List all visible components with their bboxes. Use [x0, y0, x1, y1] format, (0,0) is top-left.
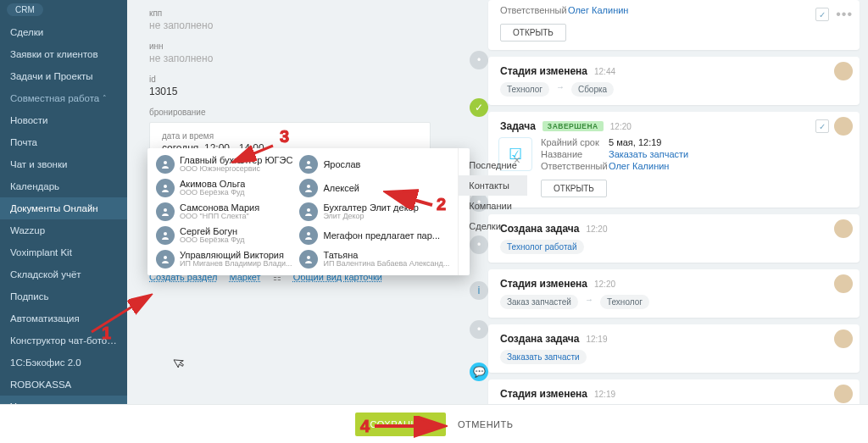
avatar[interactable]: [834, 329, 853, 348]
sidebar-item[interactable]: Конструктор чат-ботов Z…: [0, 329, 127, 352]
timeline-card-stage: Стадия изменена12:44 Технолог→Сборка: [488, 57, 860, 105]
sidebar-item[interactable]: Задачи и Проекты: [0, 65, 127, 87]
person-icon: [299, 179, 318, 197]
person-icon: [299, 155, 318, 174]
contact-tab[interactable]: Контакты: [459, 175, 527, 196]
complete-icon[interactable]: ✓: [815, 8, 829, 21]
avatar[interactable]: [834, 62, 853, 80]
action-bar: СОХРАНИТЬ ОТМЕНИТЬ: [0, 404, 868, 443]
sidebar-item[interactable]: Новости: [0, 109, 127, 131]
status-badge: ЗАВЕРШЕНА: [542, 121, 604, 131]
svg-point-9: [307, 256, 310, 259]
contact-tab[interactable]: Сделки: [459, 216, 527, 236]
cursor-icon: [172, 353, 188, 369]
svg-point-5: [307, 208, 310, 212]
person-icon: [299, 226, 318, 245]
contact-list: Главный бухгалтер ЮГЭСООО Южэнергосервис…: [147, 148, 458, 275]
sidebar-item[interactable]: 1С:Бэкофис 2.0: [0, 352, 127, 374]
field-inn: ИНН не заполнено: [149, 42, 431, 64]
svg-point-6: [164, 232, 167, 235]
more-icon[interactable]: •••: [836, 7, 853, 22]
contact-item[interactable]: Акимова ОльгаООО Берёзка Фуд: [156, 179, 292, 197]
sidebar-item[interactable]: Автоматизация: [0, 307, 127, 329]
contact-item[interactable]: Самсонова МарияООО "НПП Слекта": [156, 202, 292, 221]
contact-item[interactable]: Управляющий ВикторияИП Миганев Владимир …: [156, 250, 292, 269]
contact-item[interactable]: Алексей: [299, 179, 449, 197]
field-value[interactable]: не заполнено: [149, 19, 431, 31]
timeline-marker-done: ✓: [470, 98, 488, 117]
contact-item[interactable]: ТатьянаИП Валентина Бабаева Александ...: [299, 250, 449, 269]
field-kpp: КПП не заполнено: [149, 8, 431, 31]
person-icon: [156, 155, 175, 174]
field-label: КПП: [149, 8, 431, 18]
sidebar-item[interactable]: Календарь: [0, 175, 127, 197]
person-icon: [299, 202, 318, 221]
svg-point-0: [164, 161, 167, 164]
cancel-button[interactable]: ОТМЕНИТЬ: [458, 419, 514, 429]
contact-item[interactable]: Мегафон предлагает пар...: [299, 226, 449, 245]
svg-point-8: [164, 256, 167, 259]
sidebar-item[interactable]: Чат и звонки: [0, 153, 127, 175]
contact-picker: Главный бухгалтер ЮГЭСООО Южэнергосервис…: [147, 148, 470, 275]
contact-tab[interactable]: Компании: [459, 196, 527, 216]
person-icon: [156, 250, 175, 269]
svg-point-2: [164, 185, 167, 188]
sidebar-item[interactable]: Voximplant Kit: [0, 241, 127, 263]
contact-item[interactable]: Бухгалтер Элит декорЭлит Декор: [299, 202, 449, 221]
timeline-marker: •: [470, 320, 488, 339]
timeline-card-stage: Стадия изменена12:20 Заказ запчастей→Тех…: [488, 269, 860, 318]
complete-icon[interactable]: ✓: [815, 119, 829, 133]
field-id: ID 13015: [149, 75, 431, 97]
sidebar-item[interactable]: Заявки от клиентов: [0, 43, 127, 65]
timeline-card-created: Создана задача12:19 Заказать запчасти: [488, 324, 860, 373]
contact-item[interactable]: Сергей БогунООО Берёзка Фуд: [156, 226, 292, 245]
contact-item[interactable]: Ярослав: [299, 155, 449, 174]
person-icon: [156, 226, 175, 245]
avatar[interactable]: [834, 385, 853, 403]
timeline-marker: •: [470, 51, 488, 69]
avatar[interactable]: [834, 274, 853, 293]
sidebar-item[interactable]: Подпись: [0, 285, 127, 307]
chevron-up-icon: ˄: [103, 94, 107, 102]
svg-point-3: [307, 185, 310, 188]
timeline-card: ОтветственныйОлег Калинин ОТКРЫТЬ ✓•••: [488, 0, 860, 50]
avatar[interactable]: [834, 117, 853, 136]
close-icon[interactable]: ×: [514, 153, 520, 167]
sidebar-item[interactable]: ROBOKASSA: [0, 374, 127, 396]
booking-label: Бронирование: [149, 108, 431, 117]
timeline-marker-chat: 💬: [470, 363, 488, 381]
sidebar: ≡ Битрикс24 КАЦ × CRM СделкиЗаявки от кл…: [0, 0, 127, 443]
sidebar-item[interactable]: Сделки: [0, 21, 127, 43]
contact-item[interactable]: Главный бухгалтер ЮГЭСООО Южэнергосервис: [156, 155, 292, 174]
person-icon: [156, 202, 175, 221]
avatar[interactable]: [834, 219, 853, 238]
crm-chip[interactable]: CRM: [7, 3, 43, 16]
contact-tabs: × ПоследниеКонтактыКомпанииСделки: [458, 148, 527, 275]
svg-point-4: [164, 208, 167, 212]
svg-point-1: [307, 161, 310, 164]
open-button[interactable]: ОТКРЫТЬ: [541, 180, 607, 197]
sidebar-item[interactable]: Документы Онлайн: [0, 197, 127, 219]
person-icon: [299, 250, 318, 269]
save-button[interactable]: СОХРАНИТЬ: [355, 413, 446, 436]
timeline-card-created: Создана задача12:20 Технолог работай: [488, 214, 860, 263]
timeline-card-task: ЗадачаЗАВЕРШЕНА12:20 ☑ Крайний срок5 мая…: [488, 112, 860, 208]
sidebar-item[interactable]: Складской учёт: [0, 263, 127, 285]
person-icon: [156, 179, 175, 197]
timeline-marker-info: i: [470, 281, 488, 300]
sidebar-item[interactable]: Wazzup: [0, 219, 127, 241]
svg-point-7: [307, 232, 310, 235]
sidebar-item[interactable]: Совместная работа˄: [0, 87, 127, 109]
open-button[interactable]: ОТКРЫТЬ: [500, 24, 566, 42]
sidebar-item[interactable]: Почта: [0, 131, 127, 153]
